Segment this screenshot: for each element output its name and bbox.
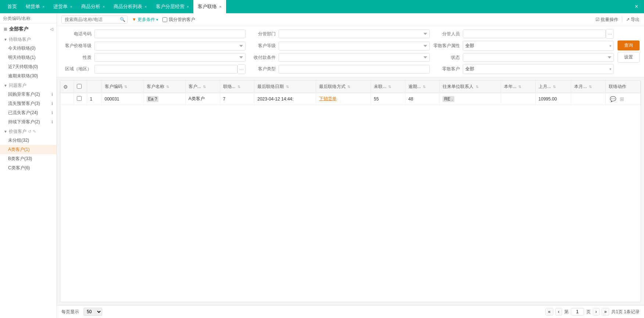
th-this-month[interactable]: 本月... ⇅ <box>571 81 606 93</box>
sidebar-repurchase-abnormal[interactable]: 回购异常客户(2) ℹ <box>0 90 57 99</box>
page-size-select[interactable]: 50 100 200 <box>83 308 102 316</box>
th-name[interactable]: 客户名称 ⇅ <box>143 81 185 93</box>
th-category[interactable]: 客户... ⇅ <box>185 81 220 93</box>
sidebar-7days-pending[interactable]: 近7天待联络(0) <box>0 62 57 71</box>
edit-icon[interactable]: ✎ <box>33 129 36 134</box>
nav-sales[interactable]: 销货单 × <box>21 0 49 13</box>
sidebar-search-input[interactable] <box>3 16 57 21</box>
my-customers-check[interactable] <box>162 17 167 22</box>
th-no-contact[interactable]: 未联... ⇅ <box>371 81 405 93</box>
manager-input[interactable] <box>463 29 606 38</box>
nature-select[interactable] <box>94 53 246 62</box>
row-checkbox[interactable] <box>77 96 82 101</box>
grid-action-icon[interactable]: ⊞ <box>620 96 624 102</box>
last-page-btn[interactable]: » <box>602 308 609 315</box>
export-button[interactable]: ↗ 导出 <box>626 17 640 23</box>
status-label: 状态 <box>430 54 463 61</box>
export-icon: ↗ <box>626 17 630 22</box>
section-value-customers[interactable]: ▼ 价值客户 ↺ ✎ <box>0 127 57 136</box>
next-page-btn[interactable]: › <box>593 308 600 315</box>
sidebar: 🔍 ⊞ 全部客户 ◁ ▼ 待联络客户 今天待联络(0) 明天待联络(1) 近7天… <box>0 13 57 318</box>
sidebar-all-customers[interactable]: ⊞ 全部客户 ◁ <box>0 24 57 35</box>
sidebar-churn-warning[interactable]: 流失预警客户(3) ℹ <box>0 99 57 108</box>
sidebar-b-class[interactable]: B类客户(33) <box>0 154 57 163</box>
region-input[interactable] <box>94 65 237 74</box>
td-this-year <box>501 93 536 105</box>
status-select[interactable] <box>463 53 614 62</box>
th-this-year[interactable]: 本年... ⇅ <box>501 81 536 93</box>
th-check[interactable] <box>74 81 87 93</box>
nav-customer-segment[interactable]: 客户分层经营 × <box>151 0 193 13</box>
nav-product-analysis[interactable]: 商品分析 × <box>77 0 109 13</box>
search-box[interactable]: 🔍 <box>61 15 128 24</box>
manager-dots[interactable]: ··· <box>606 29 614 39</box>
close-customer-segment[interactable]: × <box>187 4 189 9</box>
th-last-month[interactable]: 上月... ⇅ <box>535 81 571 93</box>
retail-customer-select[interactable]: 全部 ▾ <box>463 64 614 74</box>
sidebar-c-class[interactable]: C类客户(6) <box>0 163 57 173</box>
sidebar-collapse-btn[interactable]: ◁ <box>50 27 53 32</box>
search-icon[interactable]: 🔍 <box>120 17 125 22</box>
more-filters-btn[interactable]: ▼ 更多条件 ▾ <box>132 17 158 23</box>
close-sales[interactable]: × <box>42 4 44 9</box>
sidebar-search-box[interactable]: 🔍 <box>0 13 57 24</box>
th-overdue[interactable]: 逾期... ⇅ <box>405 81 440 93</box>
warn-icon-3: ℹ <box>51 110 53 115</box>
th-gear[interactable]: ⚙ <box>60 81 74 93</box>
settings-button[interactable]: 设置 <box>618 52 640 63</box>
query-button[interactable]: 查询 <box>618 40 640 50</box>
th-last-date[interactable]: 最后联络日期 ⇅ <box>254 81 316 93</box>
section-pending-contact[interactable]: ▼ 待联络客户 <box>0 35 57 44</box>
batch-op-button[interactable]: ☑ 批量操作 <box>595 17 618 23</box>
customer-grade-label: 客户等级 <box>246 43 279 49</box>
td-action: 💬 ⊞ <box>606 93 641 105</box>
search-input[interactable] <box>65 17 120 22</box>
gear-icon[interactable]: ⚙ <box>63 84 68 90</box>
td-last-method[interactable]: 下销货单 <box>316 93 371 105</box>
sidebar-overdue-pending[interactable]: 逾期未联络(30) <box>0 71 57 81</box>
page-suffix: 页 <box>586 309 591 315</box>
nav-purchase[interactable]: 进货单 × <box>49 0 76 13</box>
sidebar-a-class[interactable]: A类客户(1) <box>0 145 57 154</box>
region-dots[interactable]: ··· <box>237 64 246 74</box>
sidebar-declining[interactable]: 持续下滑客户(2) ℹ <box>0 117 57 127</box>
th-code[interactable]: 客户编码 ⇅ <box>101 81 143 93</box>
close-customer-contact[interactable]: × <box>219 4 221 9</box>
filter-manager: 分管人员 ··· <box>430 29 614 39</box>
filter-customer-grade: 客户等级 <box>246 42 430 50</box>
filter-bar-right: ☑ 批量操作 ↗ 导出 <box>595 17 640 23</box>
close-product-analysis[interactable]: × <box>103 4 105 9</box>
table-area: ⚙ 客户编码 ⇅ 客户名称 ⇅ <box>60 80 641 302</box>
customer-type-input[interactable] <box>279 65 430 74</box>
dept-select[interactable] <box>279 29 430 38</box>
close-purchase[interactable]: × <box>70 4 72 9</box>
sidebar-churned[interactable]: 已流失客户(24) ℹ <box>0 108 57 117</box>
price-grade-select[interactable] <box>94 42 246 50</box>
prev-page-btn[interactable]: ‹ <box>555 308 562 315</box>
th-contact[interactable]: 联络... ⇅ <box>220 81 254 93</box>
window-close-button[interactable]: × <box>632 3 641 10</box>
td-gear <box>60 93 74 105</box>
sidebar-unclassified[interactable]: 未分组(32) <box>0 136 57 145</box>
nav-home[interactable]: 首页 <box>3 0 21 13</box>
nav-product-analysis-list[interactable]: 商品分析列表 × <box>109 0 151 13</box>
payment-select[interactable] <box>279 53 430 62</box>
sidebar-today-pending[interactable]: 今天待联络(0) <box>0 44 57 53</box>
retail-attr-select[interactable]: 全部 ▾ <box>463 41 614 51</box>
close-product-analysis-list[interactable]: × <box>144 4 147 9</box>
th-last-method[interactable]: 最后联络方式 ⇅ <box>316 81 371 93</box>
select-all-checkbox[interactable] <box>77 84 82 89</box>
refresh-icon[interactable]: ↺ <box>28 129 31 134</box>
comment-icon[interactable]: 💬 <box>610 96 616 102</box>
my-customers-checkbox[interactable]: 我分管的客户 <box>162 17 195 23</box>
th-unit-contact[interactable]: 往来单位联系人 ⇅ <box>440 81 501 93</box>
phone-input[interactable] <box>94 29 246 38</box>
first-page-btn[interactable]: « <box>545 308 553 315</box>
page-number-input[interactable] <box>571 308 584 315</box>
sidebar-tomorrow-pending[interactable]: 明天待联络(1) <box>0 53 57 62</box>
section-problem-customers[interactable]: ▼ 问题客户 <box>0 81 57 90</box>
customer-grade-select[interactable] <box>279 42 430 50</box>
nav-customer-contact[interactable]: 客户联络 × <box>193 0 226 13</box>
td-check[interactable] <box>74 93 87 105</box>
top-nav: 首页 销货单 × 进货单 × 商品分析 × 商品分析列表 × 客户分层经营 × … <box>0 0 644 13</box>
